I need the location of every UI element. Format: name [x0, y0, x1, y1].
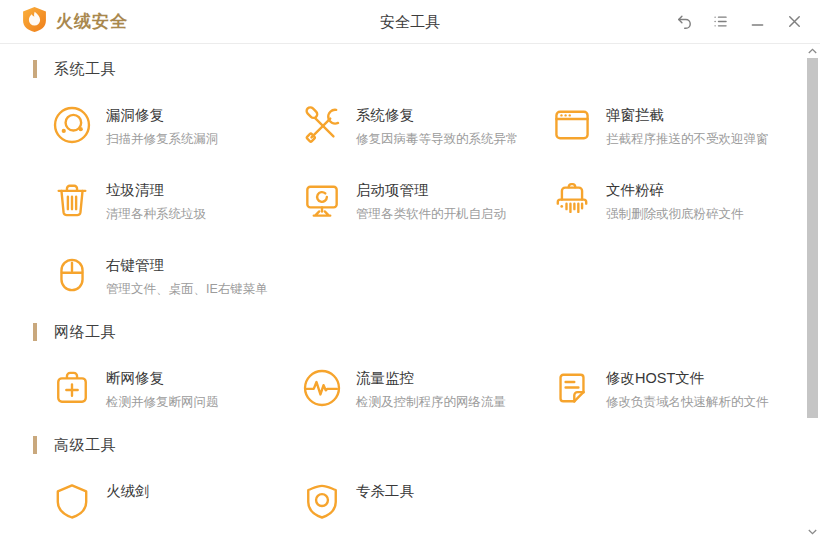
- tool-desc: 检测及控制程序的网络流量: [356, 394, 506, 411]
- tool-item[interactable]: 断网修复 检测并修复断网问题: [50, 366, 300, 414]
- network-repair-icon: [50, 366, 94, 410]
- tool-desc: 检测并修复断网问题: [106, 394, 219, 411]
- brand-name: 火绒安全: [56, 10, 128, 33]
- section-header: 高级工具: [33, 435, 820, 455]
- app-brand: 火绒安全: [0, 6, 128, 37]
- popup-block-icon: [550, 103, 594, 147]
- traffic-monitor-icon: [300, 366, 344, 410]
- file-shredder-icon: [550, 178, 594, 222]
- list-menu-icon: [711, 12, 730, 31]
- tool-title: 右键管理: [106, 256, 268, 275]
- vulnerability-fix-icon: [50, 103, 94, 147]
- minimize-icon: [748, 12, 767, 31]
- system-repair-icon: [300, 103, 344, 147]
- section-label: 网络工具: [54, 323, 116, 342]
- close-button[interactable]: [782, 10, 806, 34]
- tool-title: 漏洞修复: [106, 106, 219, 125]
- tool-item[interactable]: 垃圾清理 清理各种系统垃圾: [50, 178, 300, 226]
- tool-title: 弹窗拦截: [606, 106, 769, 125]
- tool-desc: 管理文件、桌面、IE右键菜单: [106, 281, 268, 298]
- tool-text: 系统修复 修复因病毒等导致的系统异常: [356, 103, 519, 148]
- tool-title: 流量监控: [356, 369, 506, 388]
- section-header: 系统工具: [33, 59, 820, 79]
- tool-title: 火绒剑: [106, 482, 150, 501]
- section-header: 网络工具: [33, 322, 820, 342]
- tool-text: 专杀工具: [356, 479, 414, 507]
- tool-text: 弹窗拦截 拦截程序推送的不受欢迎弹窗: [606, 103, 769, 148]
- tool-item[interactable]: 弹窗拦截 拦截程序推送的不受欢迎弹窗: [550, 103, 812, 151]
- tool-text: 启动项管理 管理各类软件的开机自启动: [356, 178, 506, 223]
- tool-title: 垃圾清理: [106, 181, 206, 200]
- tool-text: 流量监控 检测及控制程序的网络流量: [356, 366, 506, 411]
- section-label: 系统工具: [54, 60, 116, 79]
- tool-title: 修改HOST文件: [606, 369, 769, 388]
- scrollbar[interactable]: [804, 44, 820, 539]
- tool-desc: 强制删除或彻底粉碎文件: [606, 206, 744, 223]
- right-click-menu-icon: [50, 253, 94, 297]
- section-bar-mark: [33, 436, 37, 454]
- main-content: 系统工具 漏洞修复 扫描并修复系统漏洞 系统修复 修复因病毒等导致的系统异常 弹…: [0, 44, 820, 539]
- huorong-sword-icon: [50, 479, 94, 523]
- section-bar-mark: [33, 323, 37, 341]
- tool-grid: 断网修复 检测并修复断网问题 流量监控 检测及控制程序的网络流量 修改HOST文…: [50, 366, 820, 414]
- tool-item[interactable]: 火绒剑: [50, 479, 300, 527]
- tool-text: 垃圾清理 清理各种系统垃圾: [106, 178, 206, 223]
- tool-text: 断网修复 检测并修复断网问题: [106, 366, 219, 411]
- tool-text: 火绒剑: [106, 479, 150, 507]
- scroll-down-icon[interactable]: [804, 525, 820, 539]
- tool-desc: 扫描并修复系统漏洞: [106, 131, 219, 148]
- menu-button[interactable]: [708, 10, 732, 34]
- tool-item[interactable]: 专杀工具: [300, 479, 550, 527]
- tool-sections: 系统工具 漏洞修复 扫描并修复系统漏洞 系统修复 修复因病毒等导致的系统异常 弹…: [0, 44, 820, 527]
- tool-desc: 管理各类软件的开机自启动: [356, 206, 506, 223]
- tool-text: 修改HOST文件 修改负责域名快速解析的文件: [606, 366, 769, 411]
- tool-text: 文件粉碎 强制删除或彻底粉碎文件: [606, 178, 744, 223]
- tool-desc: 修改负责域名快速解析的文件: [606, 394, 769, 411]
- tool-title: 系统修复: [356, 106, 519, 125]
- special-kill-icon: [300, 479, 344, 523]
- tool-text: 右键管理 管理文件、桌面、IE右键菜单: [106, 253, 268, 298]
- tool-item[interactable]: 右键管理 管理文件、桌面、IE右键菜单: [50, 253, 300, 301]
- scrollbar-thumb[interactable]: [807, 58, 818, 418]
- back-button[interactable]: [671, 10, 695, 34]
- tool-title: 断网修复: [106, 369, 219, 388]
- startup-manager-icon: [300, 178, 344, 222]
- tool-grid: 漏洞修复 扫描并修复系统漏洞 系统修复 修复因病毒等导致的系统异常 弹窗拦截 拦…: [50, 103, 820, 301]
- section-label: 高级工具: [54, 436, 116, 455]
- tool-title: 文件粉碎: [606, 181, 744, 200]
- window-title: 安全工具: [380, 12, 440, 31]
- titlebar: 火绒安全 安全工具: [0, 0, 820, 44]
- tool-title: 专杀工具: [356, 482, 414, 501]
- close-icon: [785, 12, 804, 31]
- tool-desc: 修复因病毒等导致的系统异常: [356, 131, 519, 148]
- tool-grid: 火绒剑 专杀工具: [50, 479, 820, 527]
- tool-item[interactable]: 启动项管理 管理各类软件的开机自启动: [300, 178, 550, 226]
- tool-desc: 拦截程序推送的不受欢迎弹窗: [606, 131, 769, 148]
- tool-title: 启动项管理: [356, 181, 506, 200]
- scroll-up-icon[interactable]: [804, 44, 820, 58]
- tool-item[interactable]: 漏洞修复 扫描并修复系统漏洞: [50, 103, 300, 151]
- minimize-button[interactable]: [745, 10, 769, 34]
- tool-item[interactable]: 流量监控 检测及控制程序的网络流量: [300, 366, 550, 414]
- section-bar-mark: [33, 60, 37, 78]
- trash-clean-icon: [50, 178, 94, 222]
- window-controls: [671, 10, 820, 34]
- tool-item[interactable]: 文件粉碎 强制删除或彻底粉碎文件: [550, 178, 812, 226]
- huorong-logo-icon: [22, 6, 47, 37]
- host-file-icon: [550, 366, 594, 410]
- tool-item[interactable]: 系统修复 修复因病毒等导致的系统异常: [300, 103, 550, 151]
- scrollbar-track[interactable]: [807, 58, 818, 525]
- tool-item[interactable]: 修改HOST文件 修改负责域名快速解析的文件: [550, 366, 812, 414]
- tool-text: 漏洞修复 扫描并修复系统漏洞: [106, 103, 219, 148]
- tool-desc: 清理各种系统垃圾: [106, 206, 206, 223]
- undo-arrow-icon: [674, 12, 693, 31]
